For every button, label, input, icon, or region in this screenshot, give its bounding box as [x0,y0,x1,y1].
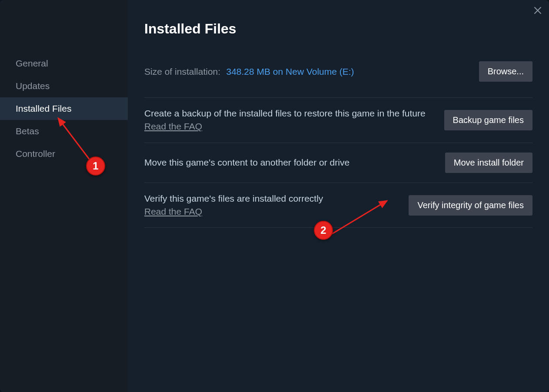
main-content: Installed Files Size of installation: 34… [128,0,549,392]
move-section: Move this game's content to another fold… [144,143,532,183]
sidebar-item-label: Betas [16,126,39,136]
annotation-marker-1: 1 [86,156,105,176]
verify-button[interactable]: Verify integrity of game files [409,195,532,216]
sidebar-item-general[interactable]: General [0,52,128,75]
backup-button[interactable]: Backup game files [444,110,532,130]
sidebar-item-label: General [16,58,48,68]
backup-faq-link[interactable]: Read the FAQ [144,120,202,133]
sidebar-item-controller[interactable]: Controller [0,143,128,165]
backup-description: Create a backup of the installed files t… [144,107,436,133]
install-size-row: Size of installation: 348.28 MB on New V… [144,66,354,77]
sidebar-item-updates[interactable]: Updates [0,75,128,97]
sidebar-item-label: Installed Files [16,103,71,113]
settings-sidebar: General Updates Installed Files Betas Co… [0,0,128,392]
page-title: Installed Files [144,21,532,37]
close-button[interactable] [532,5,543,16]
move-text: Move this game's content to another fold… [144,156,436,169]
sidebar-item-label: Updates [16,81,50,91]
install-size-label: Size of installation: [144,66,220,76]
move-button[interactable]: Move install folder [445,153,532,173]
sidebar-item-betas[interactable]: Betas [0,120,128,143]
backup-text: Create a backup of the installed files t… [144,108,426,118]
verify-section: Verify this game's files are installed c… [144,183,532,228]
install-size-section: Size of installation: 348.28 MB on New V… [144,61,532,98]
install-size-value: 348.28 MB on New Volume (E:) [226,66,354,76]
browse-button[interactable]: Browse... [479,61,532,82]
properties-dialog: General Updates Installed Files Betas Co… [0,0,549,392]
sidebar-item-label: Controller [16,149,55,159]
sidebar-item-installed-files[interactable]: Installed Files [0,97,128,120]
verify-faq-link[interactable]: Read the FAQ [144,206,202,218]
verify-text: Verify this game's files are installed c… [144,193,323,203]
close-icon [533,6,542,15]
verify-description: Verify this game's files are installed c… [144,193,400,218]
backup-section: Create a backup of the installed files t… [144,98,532,143]
annotation-marker-2: 2 [314,221,333,240]
